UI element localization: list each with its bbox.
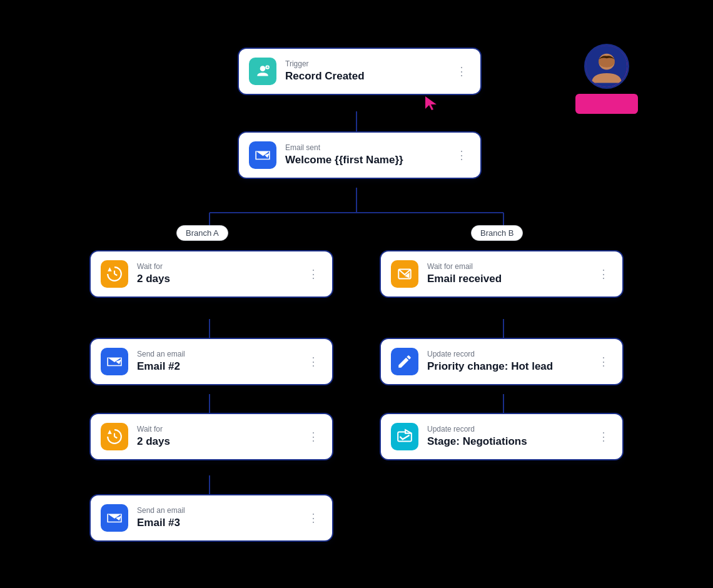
svg-line-18 — [114, 274, 117, 275]
wait-a2-card[interactable]: Wait for 2 days ⋮ — [89, 413, 333, 460]
email-sent-label: Email sent — [285, 143, 445, 153]
trigger-menu[interactable]: ⋮ — [453, 63, 470, 79]
wait-b1-label: Wait for email — [427, 262, 587, 272]
wait-a1-title: 2 days — [137, 272, 296, 286]
svg-point-10 — [260, 66, 266, 71]
avatar-container — [575, 44, 638, 114]
wait-b1-title: Email received — [427, 272, 587, 286]
cursor-pointer — [424, 95, 438, 114]
update-record-2-text: Update record Stage: Negotiations — [427, 425, 587, 449]
update-record-1-text: Update record Priority change: Hot lead — [427, 350, 587, 373]
branch-b-label: Branch B — [471, 225, 523, 241]
wait-b1-text: Wait for email Email received — [427, 262, 587, 286]
wait-a2-label: Wait for — [137, 425, 296, 435]
send-email-2-title: Email #2 — [137, 360, 296, 373]
workflow-canvas: + Trigger Record Created ⋮ Email sent We… — [0, 0, 713, 588]
trigger-title: Record Created — [285, 69, 445, 83]
trigger-card[interactable]: + Trigger Record Created ⋮ — [238, 48, 482, 95]
wait-a2-menu[interactable]: ⋮ — [305, 428, 322, 445]
update-record-2-icon — [391, 423, 418, 450]
wait-a1-icon — [101, 260, 128, 288]
wait-a2-icon — [101, 423, 128, 450]
wait-a2-text: Wait for 2 days — [137, 425, 296, 449]
send-email-2-menu[interactable]: ⋮ — [305, 353, 322, 370]
email-sent-menu[interactable]: ⋮ — [453, 147, 470, 163]
update-record-1-menu[interactable]: ⋮ — [595, 353, 612, 370]
svg-marker-19 — [108, 267, 112, 271]
wait-a1-text: Wait for 2 days — [137, 262, 296, 286]
trigger-text: Trigger Record Created — [285, 59, 445, 83]
update-record-1-title: Priority change: Hot lead — [427, 360, 587, 373]
send-email-3-label: Send an email — [137, 506, 296, 516]
update-record-1-icon — [391, 348, 418, 375]
trigger-label: Trigger — [285, 59, 445, 69]
update-record-2-title: Stage: Negotiations — [427, 435, 587, 449]
svg-marker-13 — [425, 96, 437, 110]
svg-text:+: + — [266, 65, 269, 69]
email-sent-text: Email sent Welcome {{first Name}} — [285, 143, 445, 167]
svg-line-23 — [114, 437, 117, 438]
update-record-2-menu[interactable]: ⋮ — [595, 428, 612, 445]
send-email-2-text: Send an email Email #2 — [137, 350, 296, 373]
email-sent-card[interactable]: Email sent Welcome {{first Name}} ⋮ — [238, 131, 482, 179]
trigger-icon: + — [249, 58, 276, 85]
wait-a2-title: 2 days — [137, 435, 296, 449]
update-record-1-card[interactable]: Update record Priority change: Hot lead … — [380, 338, 624, 385]
email-sent-icon — [249, 141, 276, 169]
avatar — [584, 44, 629, 89]
update-record-2-label: Update record — [427, 425, 587, 435]
wait-a1-menu[interactable]: ⋮ — [305, 266, 322, 282]
pink-bar — [575, 94, 638, 114]
wait-b1-icon — [391, 260, 418, 288]
send-email-2-card[interactable]: Send an email Email #2 ⋮ — [89, 338, 333, 385]
wait-b1-menu[interactable]: ⋮ — [595, 266, 612, 282]
email-sent-title: Welcome {{first Name}} — [285, 153, 445, 167]
send-email-3-text: Send an email Email #3 — [137, 506, 296, 530]
send-email-2-label: Send an email — [137, 350, 296, 360]
svg-marker-24 — [108, 430, 112, 434]
branch-a-label: Branch A — [176, 225, 228, 241]
update-record-1-label: Update record — [427, 350, 587, 360]
wait-a1-card[interactable]: Wait for 2 days ⋮ — [89, 250, 333, 298]
send-email-3-title: Email #3 — [137, 516, 296, 530]
send-email-3-card[interactable]: Send an email Email #3 ⋮ — [89, 494, 333, 542]
update-record-2-card[interactable]: Update record Stage: Negotiations ⋮ — [380, 413, 624, 460]
wait-b1-card[interactable]: Wait for email Email received ⋮ — [380, 250, 624, 298]
send-email-2-icon — [101, 348, 128, 375]
wait-a1-label: Wait for — [137, 262, 296, 272]
send-email-3-icon — [101, 504, 128, 532]
send-email-3-menu[interactable]: ⋮ — [305, 510, 322, 526]
